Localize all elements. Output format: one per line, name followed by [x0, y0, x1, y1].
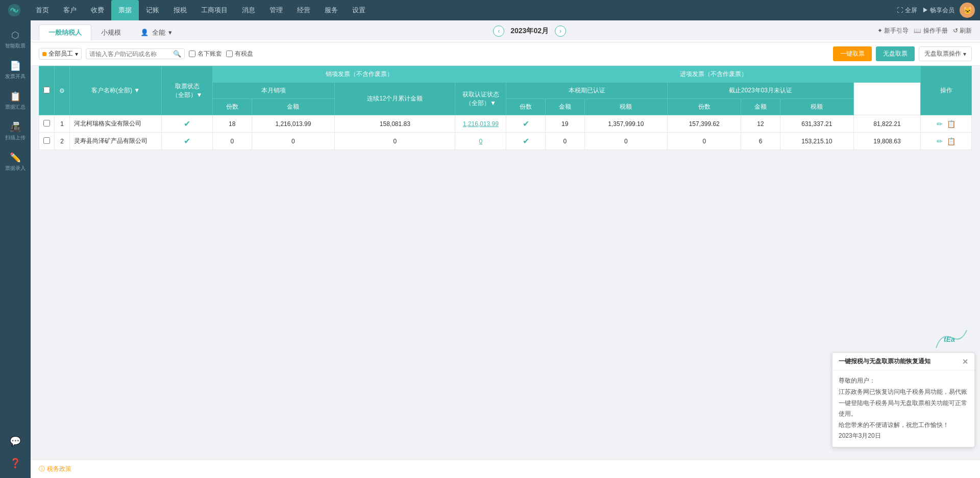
- row2-copy-btn[interactable]: 📋: [947, 137, 955, 145]
- nav-business[interactable]: 工商项目: [194, 0, 235, 20]
- row2-name: 灵寿县尚泽矿产品有限公司: [70, 133, 162, 150]
- sidebar-item-invoice-summary[interactable]: 📋 票据汇总: [0, 87, 31, 115]
- th-verify-status: 获取认证状态（全部）▼: [455, 83, 506, 115]
- sidebar-item-scan-upload[interactable]: 📠 扫描上传: [0, 117, 31, 145]
- employee-label: 全部员工: [48, 49, 73, 58]
- sidebar-item-invoice-open[interactable]: 📄 发票开具: [0, 56, 31, 84]
- sidebar-item-help[interactable]: ❓: [0, 454, 31, 473]
- invoice-entry-icon: ✏️: [10, 152, 21, 163]
- th-purchase-group: 进项发票（不含作废票）: [506, 66, 921, 83]
- row1-count: 18: [213, 115, 252, 133]
- row1-verify-icon: ✔: [506, 115, 546, 133]
- th-cancel-status: 取票状态（全部）▼: [162, 66, 213, 115]
- nav-items: 首页 客户 收费 票据 记账 报税 工商项目 消息 管理 经营 服务 设置: [29, 0, 897, 20]
- manual-btn[interactable]: 📖 操作手册: [914, 27, 947, 35]
- row2-amount: 0: [252, 133, 335, 150]
- nav-fee[interactable]: 收费: [84, 0, 111, 20]
- row2-amount3: 153,215.10: [780, 133, 853, 150]
- row2-check-icon: ✔: [184, 137, 190, 145]
- row2-amount2: 0: [584, 133, 668, 150]
- row2-verify-icon: ✔: [506, 133, 546, 150]
- row1-tax2: 157,399.62: [668, 115, 741, 133]
- th-unverified-tax: 税额: [780, 99, 853, 115]
- top-nav-right: ⛶ 全屏 ▶ 畅享会员 🐱: [897, 3, 975, 18]
- employee-dot: [42, 52, 46, 56]
- table-row: 1 河北柯瑞格实业有限公司 ✔ 18 1,216,013.99 158,081.…: [39, 115, 972, 133]
- row2-count3: 6: [741, 133, 780, 150]
- th-customer-name: 客户名称(全部) ▼: [70, 66, 162, 115]
- prev-month-btn[interactable]: ‹: [493, 26, 504, 37]
- popup-close-btn[interactable]: ✕: [962, 358, 968, 366]
- row2-edit-btn[interactable]: ✏: [937, 137, 943, 145]
- account-checkbox-label[interactable]: 名下账套: [189, 49, 222, 58]
- row2-cancel-status: ✔: [162, 133, 213, 150]
- nav-manage[interactable]: 管理: [262, 0, 290, 20]
- nav-bookkeeping[interactable]: 记账: [139, 0, 166, 20]
- tab-general-taxpayer[interactable]: 一般纳税人: [39, 24, 91, 40]
- table-row: 2 灵寿县尚泽矿产品有限公司 ✔ 0 0 0 0 ✔ 0 0 0 6 153,2…: [39, 133, 972, 150]
- employee-select[interactable]: 全部员工 ▾: [39, 48, 82, 60]
- tab-small-scale[interactable]: 小规模: [91, 24, 131, 40]
- tax-policy-link[interactable]: 税务政策: [47, 465, 71, 473]
- search-icon[interactable]: 🔍: [173, 50, 181, 58]
- nav-operation[interactable]: 经营: [290, 0, 317, 20]
- member-btn[interactable]: ▶ 畅享会员: [922, 6, 954, 15]
- svg-point-1: [13, 9, 15, 11]
- select-all-checkbox[interactable]: [43, 87, 50, 93]
- nav-tax[interactable]: 报税: [166, 0, 194, 20]
- nav-service[interactable]: 服务: [317, 0, 345, 20]
- nav-home[interactable]: 首页: [29, 0, 56, 20]
- tax-disk-checkbox-label[interactable]: 有税盘: [226, 49, 253, 58]
- fullscreen-btn[interactable]: ⛶ 全屏: [897, 6, 917, 15]
- nav-message[interactable]: 消息: [235, 0, 262, 20]
- th-sales-amount: 金额: [252, 99, 335, 115]
- popup-content: 尊敬的用户： 江苏政务网已恢复访问电子税务局功能，易代账一键登陆电子税务局与无盘…: [839, 375, 968, 442]
- nav-invoice[interactable]: 票据: [111, 0, 139, 20]
- nav-customer[interactable]: 客户: [56, 0, 84, 20]
- search-box: 🔍: [86, 48, 185, 59]
- sidebar-item-smart-ticket[interactable]: ⬡ 智能取票: [0, 26, 31, 54]
- search-input[interactable]: [89, 51, 171, 58]
- row1-edit-btn[interactable]: ✏: [937, 120, 943, 128]
- tax-disk-checkbox[interactable]: [226, 51, 233, 57]
- top-navigation: 首页 客户 收费 票据 记账 报税 工商项目 消息 管理 经营 服务 设置 ⛶ …: [0, 0, 980, 20]
- app-logo: [5, 1, 23, 19]
- row2-tax3: 19,808.63: [853, 133, 921, 150]
- th-unverified-count: 份数: [668, 99, 741, 115]
- question-icon: ⓘ: [39, 465, 45, 473]
- row1-name: 河北柯瑞格实业有限公司: [70, 115, 162, 133]
- account-checkbox[interactable]: [189, 51, 195, 57]
- top-bar: 一般纳税人 小规模 👤 全能 ▾ ‹ 2023年02月 › ✦ 新手引导 📖 操…: [31, 20, 980, 40]
- popup-corner-decoration: tEa: [931, 328, 972, 353]
- invoice-open-icon: 📄: [10, 60, 21, 71]
- row1-index: 1: [55, 115, 70, 133]
- notification-popup: 一键报税与无盘取票功能恢复通知 ✕ 尊敬的用户： 江苏政务网已恢复访问电子税务局…: [832, 353, 975, 447]
- row1-check-icon: ✔: [184, 119, 190, 128]
- nav-settings[interactable]: 设置: [345, 0, 373, 20]
- row1-copy-btn[interactable]: 📋: [947, 120, 955, 128]
- sidebar-item-chat[interactable]: 💬: [0, 432, 31, 451]
- current-month: 2023年02月: [510, 27, 549, 36]
- one-key-btn[interactable]: 一键取票: [833, 46, 872, 61]
- invoice-table: ⚙ 客户名称(全部) ▼ 取票状态（全部）▼ 销项发票（不含作废票） 进项发票（…: [39, 66, 972, 150]
- row1-checkbox: [39, 115, 55, 133]
- user-avatar[interactable]: 🐱: [960, 3, 975, 18]
- invoice-summary-icon: 📋: [10, 91, 21, 102]
- row2-cumulative: 0: [455, 133, 506, 150]
- scan-upload-icon: 📠: [10, 121, 21, 133]
- no-disk-ops-btn[interactable]: 无盘取票操作 ▾: [919, 46, 972, 61]
- th-purchase-count: 份数: [506, 99, 546, 115]
- row1-cumulative: 1,216,013.99: [455, 115, 506, 133]
- refresh-btn[interactable]: ↺ 刷新: [953, 27, 972, 35]
- row2-count: 0: [213, 133, 252, 150]
- row1-actions: ✏ 📋: [921, 115, 972, 133]
- month-section: ‹ 2023年02月 ›: [182, 26, 877, 40]
- new-guide-btn[interactable]: ✦ 新手引导: [877, 27, 909, 35]
- next-month-btn[interactable]: ›: [555, 26, 566, 37]
- sidebar-item-invoice-entry[interactable]: ✏️ 票据录入: [0, 148, 31, 176]
- no-disk-btn[interactable]: 无盘取票: [876, 46, 915, 61]
- th-operation: 操作: [921, 66, 972, 115]
- th-sales-group: 销项发票（不含作废票）: [213, 66, 506, 83]
- smart-ticket-icon: ⬡: [11, 30, 19, 41]
- tab-all-capable[interactable]: 👤 全能 ▾: [131, 24, 182, 40]
